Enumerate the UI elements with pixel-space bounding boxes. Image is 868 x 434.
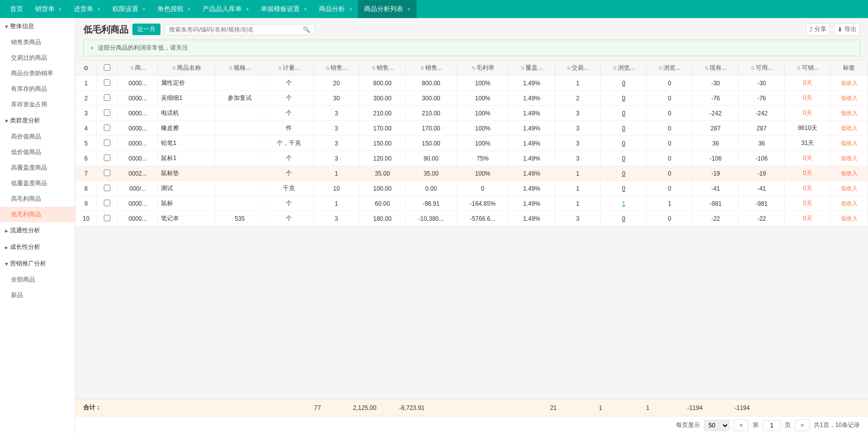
col-code[interactable]: 商... <box>118 61 158 76</box>
cell-browse1[interactable]: 0 <box>601 121 647 136</box>
cell-browse1[interactable]: 0 <box>601 211 647 226</box>
nav-role-auth[interactable]: 角色授权 × <box>151 0 197 18</box>
row-checkbox[interactable] <box>104 200 110 206</box>
row-checkbox[interactable] <box>104 109 110 116</box>
col-browse1[interactable]: 浏览... <box>601 61 647 76</box>
cell-browse1[interactable]: 0 <box>601 151 647 166</box>
nav-home[interactable]: 首页 <box>4 0 29 18</box>
share-icon: ⤴ <box>809 26 812 33</box>
per-page-select[interactable]: 50 100 200 <box>704 420 730 431</box>
cell-checkbox[interactable] <box>97 91 118 106</box>
col-gross-margin[interactable]: 毛利率 <box>457 61 509 76</box>
cell-checkbox[interactable] <box>97 106 118 121</box>
col-spec[interactable]: 规格... <box>215 61 264 76</box>
sidebar-group-growth[interactable]: ▸ 成长性分析 <box>0 239 75 255</box>
cell-browse1[interactable]: 0 <box>601 76 647 91</box>
cell-browse1[interactable]: 0 <box>601 106 647 121</box>
cell-sales-profit: 0.00 <box>405 181 456 196</box>
nav-product-analysis-list[interactable]: 商品分析列表 × <box>358 0 416 18</box>
row-checkbox[interactable] <box>104 124 110 131</box>
col-settings[interactable]: ⚙ <box>76 61 97 76</box>
col-sales-qty[interactable]: 销售... <box>313 61 360 76</box>
sidebar-item-inventory-goods[interactable]: 有库存的商品 <box>0 81 75 97</box>
search-input[interactable] <box>169 26 303 33</box>
nav-close-product-analysis-list[interactable]: × <box>407 6 410 12</box>
nav-close-purchase-order[interactable]: × <box>97 6 100 12</box>
sidebar-item-low-coverage[interactable]: 低覆盖度商品 <box>0 176 75 191</box>
sidebar-item-sales-category[interactable]: 销售类商品 <box>0 35 75 50</box>
row-checkbox[interactable] <box>104 79 110 86</box>
export-button[interactable]: ⬇ 导出 <box>834 23 860 36</box>
col-name[interactable]: 商品名称 <box>158 61 215 76</box>
col-current-stock[interactable]: 现有... <box>692 61 739 76</box>
sidebar-item-traded-goods[interactable]: 交易过的商品 <box>0 50 75 66</box>
nav-close-role-auth[interactable]: × <box>188 6 191 12</box>
col-coverage[interactable]: 覆盖... <box>508 61 555 76</box>
row-checkbox[interactable] <box>104 215 110 221</box>
cell-browse1[interactable]: 0 <box>601 136 647 151</box>
search-icon[interactable]: 🔍 <box>303 26 310 33</box>
prev-page-button[interactable]: ＜ <box>734 419 749 431</box>
sidebar-group-marketing[interactable]: ▾ 营销推广分析 <box>0 255 75 272</box>
sidebar-group-quality-analysis[interactable]: ▾ 类群度分析 <box>0 112 75 129</box>
share-button[interactable]: ⤴ 分享 <box>806 23 830 36</box>
sidebar-item-all-goods[interactable]: 全部商品 <box>0 272 75 287</box>
cell-browse1[interactable]: 0 <box>601 166 647 181</box>
cell-browse1[interactable]: 0 <box>601 181 647 196</box>
select-all-checkbox[interactable] <box>104 64 110 71</box>
cell-checkbox[interactable] <box>97 76 118 91</box>
col-browse2[interactable]: 浏览... <box>647 61 693 76</box>
cell-checkbox[interactable] <box>97 166 118 181</box>
cell-checkbox[interactable] <box>97 211 118 226</box>
sidebar-item-high-coverage[interactable]: 高覆盖度商品 <box>0 160 75 176</box>
col-available[interactable]: 可用... <box>739 61 785 76</box>
nav-product-analysis[interactable]: 商品分析 × <box>313 0 358 18</box>
nav-close-permission[interactable]: × <box>142 6 145 12</box>
cell-checkbox[interactable] <box>97 196 118 211</box>
cell-checkbox[interactable] <box>97 136 118 151</box>
nav-close-template[interactable]: × <box>304 6 307 12</box>
nav-purchase-order[interactable]: 进货单 × <box>68 0 106 18</box>
sidebar-item-low-value[interactable]: 低价值商品 <box>0 144 75 160</box>
sidebar-group-circulation[interactable]: ▸ 流通性分析 <box>0 222 75 239</box>
sidebar-item-high-value[interactable]: 高价值商品 <box>0 129 75 144</box>
next-page-button[interactable]: ＞ <box>795 419 810 431</box>
col-sales-price[interactable]: 销售... <box>360 61 406 76</box>
date-filter-button[interactable]: 近一月 <box>132 24 160 35</box>
row-checkbox[interactable] <box>104 185 110 191</box>
col-checkbox[interactable] <box>97 61 118 76</box>
search-box[interactable]: 🔍 <box>164 24 315 35</box>
nav-permission[interactable]: 权限设置 × <box>106 0 151 18</box>
page-number-input[interactable] <box>763 420 781 430</box>
row-checkbox[interactable] <box>104 94 110 101</box>
col-unit[interactable]: 计量... <box>264 61 313 76</box>
sidebar-item-low-margin[interactable]: 低毛利商品 <box>0 207 75 222</box>
row-checkbox[interactable] <box>104 155 110 161</box>
col-saleable[interactable]: 可销... <box>785 61 831 76</box>
cell-tag: 低收入 <box>830 121 867 136</box>
cell-browse1[interactable]: 0 <box>601 91 647 106</box>
sidebar-item-high-margin[interactable]: 高毛利商品 <box>0 191 75 207</box>
alert-icon: ✦ <box>90 45 95 52</box>
sidebar-item-new-goods[interactable]: 新品 <box>0 287 75 303</box>
nav-template[interactable]: 单据模板设置 × <box>255 0 313 18</box>
nav-sales-order[interactable]: 销货单 × <box>29 0 68 18</box>
cell-browse1[interactable]: 1 <box>601 196 647 211</box>
row-checkbox[interactable] <box>104 170 110 176</box>
col-sales-profit[interactable]: 销售... <box>405 61 456 76</box>
col-transaction[interactable]: 交易... <box>555 61 601 76</box>
row-checkbox[interactable] <box>104 139 110 146</box>
nav-close-sales-order[interactable]: × <box>59 6 62 12</box>
sidebar-item-capital-occupation[interactable]: 库存资金占用 <box>0 97 75 112</box>
main-content: 低毛利商品 近一月 🔍 ⤴ 分享 ⬇ 导出 ✦ 这部分商品的利润非常低，请关注 <box>75 18 868 434</box>
cell-checkbox[interactable] <box>97 151 118 166</box>
cell-checkbox[interactable] <box>97 121 118 136</box>
nav-close-product-entry[interactable]: × <box>246 6 249 12</box>
pagination-bar: 每页显示 50 100 200 ＜ 第 页 ＞ 共1页，10条记录 <box>75 416 868 434</box>
nav-product-entry[interactable]: 产品品入库单 × <box>197 0 255 18</box>
nav-close-product-analysis[interactable]: × <box>349 6 352 12</box>
cell-checkbox[interactable] <box>97 181 118 196</box>
table-container[interactable]: ⚙ 商... 商品名称 规格... 计量... 销售... 销售... 销售..… <box>75 60 868 398</box>
sidebar-group-general-info[interactable]: ▾ 整体信息 <box>0 18 75 35</box>
sidebar-item-category-sales-rate[interactable]: 商品分类助销率 <box>0 66 75 81</box>
